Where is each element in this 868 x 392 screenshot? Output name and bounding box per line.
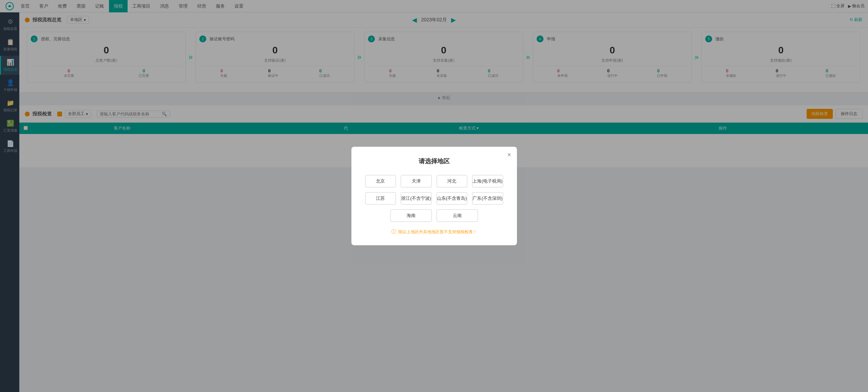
warn-icon: ⓘ — [391, 229, 396, 235]
modal-region-row2: 江苏 浙江(不含宁波) 山东(不含青岛) 广东(不含深圳) — [365, 192, 503, 205]
modal-close-btn[interactable]: × — [507, 151, 511, 159]
region-btn-shandong[interactable]: 山东(不含青岛) — [437, 192, 468, 205]
warning-text: 除以上地区外其他地区暂不支持报税检查！ — [398, 229, 477, 235]
modal-title: 请选择地区 — [365, 157, 503, 165]
modal-warning: ⓘ 除以上地区外其他地区暂不支持报税检查！ — [365, 229, 503, 235]
region-btn-beijing[interactable]: 北京 — [365, 175, 396, 187]
region-btn-shanghai[interactable]: 上海(电子税局) — [472, 175, 503, 187]
region-btn-tianjin[interactable]: 天津 — [401, 175, 432, 187]
region-btn-hebei[interactable]: 河北 — [437, 175, 468, 187]
region-btn-hainan[interactable]: 海南 — [390, 209, 432, 222]
region-btn-yunnan[interactable]: 云南 — [437, 209, 478, 222]
region-modal: × 请选择地区 北京 天津 河北 上海(电子税局) 江苏 浙江(不含宁波) 山东… — [351, 147, 517, 245]
region-btn-guangdong[interactable]: 广东(不含深圳) — [472, 192, 503, 205]
modal-overlay[interactable]: × 请选择地区 北京 天津 河北 上海(电子税局) 江苏 浙江(不含宁波) 山东… — [0, 0, 868, 392]
modal-region-row1: 北京 天津 河北 上海(电子税局) — [365, 175, 503, 187]
region-btn-jiangsu[interactable]: 江苏 — [365, 192, 396, 205]
region-btn-zhejiang[interactable]: 浙江(不含宁波) — [401, 192, 432, 205]
modal-region-row3: 海南 云南 — [365, 209, 503, 222]
